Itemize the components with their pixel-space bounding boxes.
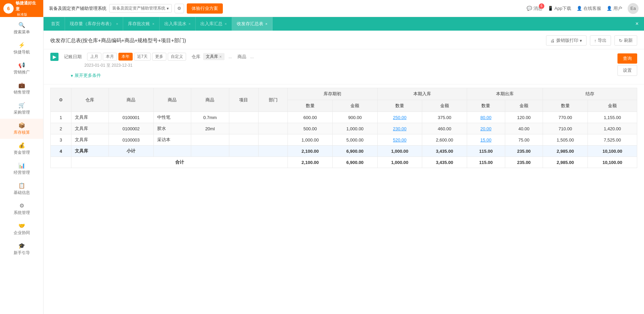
- tab-2[interactable]: 库存批次账×: [123, 17, 159, 31]
- row-out-qty-0[interactable]: 80.00: [467, 112, 505, 123]
- tab-0[interactable]: 首页: [46, 17, 65, 31]
- row-bal-amt-2: 7,525.00: [588, 134, 637, 146]
- footer-bal-qty: 2,985.00: [543, 157, 588, 168]
- date-btn-上月[interactable]: 上月: [87, 53, 101, 61]
- date-btn-更多[interactable]: 更多: [152, 53, 166, 61]
- page-header-actions: 🖨 拨销版打印 ▾ ↑ 导出 ↻ 刷新: [546, 35, 638, 46]
- open-amt-header: 金额: [332, 100, 377, 112]
- export-button[interactable]: ↑ 导出: [590, 35, 611, 46]
- footer-open-qty: 2,100.00: [288, 157, 333, 168]
- sidebar-item-10[interactable]: 🤝企业协同: [0, 219, 43, 239]
- row-in-qty-1[interactable]: 230.00: [377, 123, 422, 134]
- tab-close-1[interactable]: ×: [116, 22, 118, 26]
- sidebar-icon-10: 🤝: [18, 222, 25, 229]
- sidebar-item-6[interactable]: 💰资金管理: [0, 139, 43, 159]
- tab-close-5[interactable]: ×: [265, 22, 267, 26]
- goods-filter: 商品 ...: [237, 54, 254, 60]
- goods-more[interactable]: ...: [250, 54, 254, 59]
- out-amt-header: 金额: [505, 100, 543, 112]
- expand-more-button[interactable]: ▾ 展开更多条件: [64, 70, 612, 81]
- settings-column-header[interactable]: ⚙: [51, 88, 71, 112]
- warehouse-remove-icon[interactable]: ×: [219, 54, 222, 59]
- date-btn-本年[interactable]: 本年: [118, 53, 133, 61]
- footer-out-qty: 115.00: [467, 157, 505, 168]
- experience-button[interactable]: 体验行业方案: [187, 3, 223, 14]
- row-out-qty-2[interactable]: 15.00: [467, 134, 505, 146]
- tab-close-4[interactable]: ×: [225, 22, 227, 26]
- row-bal-qty-3: 2,985.00: [543, 146, 588, 157]
- tabs-close-all-button[interactable]: ×: [633, 21, 641, 27]
- tab-4[interactable]: 出入库汇总×: [196, 17, 232, 31]
- balance-header: 结存: [543, 88, 637, 100]
- tab-5[interactable]: 收发存汇总表×: [232, 17, 273, 31]
- sidebar-item-3[interactable]: 💼销售管理: [0, 79, 43, 99]
- column-settings-button[interactable]: 设置: [617, 65, 637, 76]
- print-icon: 🖨: [550, 38, 555, 43]
- row-code-1: 0100002: [109, 123, 153, 134]
- app-download-button[interactable]: 📱 App下载: [548, 5, 571, 12]
- row-out-qty-1[interactable]: 20.00: [467, 123, 505, 134]
- sidebar-item-4[interactable]: 🛒采购管理: [0, 99, 43, 119]
- tab-close-3[interactable]: ×: [188, 22, 191, 26]
- filter-toggle-button[interactable]: ▶: [50, 53, 59, 61]
- row-dept-0: [258, 112, 287, 123]
- row-code-0: 0100001: [109, 112, 153, 123]
- open-qty-header: 数量: [288, 100, 333, 112]
- tab-close-2[interactable]: ×: [152, 22, 154, 26]
- bal-amt-header: 金额: [588, 100, 637, 112]
- warehouse-column-header: 仓库: [71, 88, 109, 112]
- query-button[interactable]: 查询: [617, 53, 637, 64]
- row-spec-3: [191, 146, 229, 157]
- warehouse-filter: 仓库 文具库 × ...: [192, 53, 232, 60]
- row-open-amt-2: 5,000.00: [332, 134, 377, 146]
- settings-gear-button[interactable]: ⚙: [175, 4, 184, 13]
- row-in-qty-2[interactable]: 520.00: [377, 134, 422, 146]
- tab-3[interactable]: 出入库流水×: [160, 17, 196, 31]
- chevron-down-icon: ▾: [580, 38, 582, 43]
- sidebar-item-1[interactable]: ⚡快捷导航: [0, 38, 43, 59]
- date-btn-自定义[interactable]: 自定义: [168, 53, 186, 61]
- sidebar-item-8[interactable]: 📋基础信息: [0, 179, 43, 199]
- tab-bar: 首页现存量（库存分布表）×库存批次账×出入库流水×出入库汇总×收发存汇总表××: [44, 17, 644, 31]
- tab-label-3: 出入库流水: [164, 21, 186, 27]
- sidebar-icon-4: 🛒: [18, 102, 25, 109]
- date-btn-近7天[interactable]: 近7天: [134, 53, 151, 61]
- warehouse-more[interactable]: ...: [229, 54, 232, 59]
- print-button[interactable]: 🖨 拨销版打印 ▾: [546, 35, 587, 46]
- row-out-qty-3: 115.00: [467, 146, 505, 157]
- in-amt-header: 金额: [422, 100, 467, 112]
- system-title-dropdown[interactable]: 装备及固定资产辅助管理系统 ▾: [109, 4, 172, 13]
- code-column-header: 商品: [109, 88, 153, 112]
- row-bal-qty-1: 710.00: [543, 123, 588, 134]
- tab-1[interactable]: 现存量（库存分布表）×: [65, 17, 123, 31]
- sidebar-item-5[interactable]: 📦库存核算: [0, 119, 43, 139]
- message-button[interactable]: 💬 消息 6: [527, 5, 542, 12]
- sidebar-label-7: 经营管理: [14, 170, 30, 176]
- main-content: 装备及固定资产辅助管理系统 装备及固定资产辅助管理系统 ▾ ⚙ 体验行业方案 💬…: [44, 0, 644, 314]
- user-button[interactable]: 👤 用户: [607, 5, 622, 12]
- row-spec-2: [191, 134, 229, 146]
- sidebar: 6 畅捷通好生意 标准版 🔍搜索菜单⚡快捷导航📢营销推广💼销售管理🛒采购管理📦库…: [0, 0, 44, 314]
- sidebar-icon-11: 🎓: [18, 243, 25, 249]
- table-row-3: 4 文具库 小计 2,100.00 6,900.00 1,000.00 3,43…: [51, 146, 637, 157]
- online-service-button[interactable]: 👤 在线客服: [577, 5, 601, 12]
- row-warehouse-3: 文具库: [71, 146, 109, 157]
- warehouse-tag[interactable]: 文具库 ×: [203, 53, 225, 60]
- row-in-qty-0[interactable]: 250.00: [377, 112, 422, 123]
- sidebar-item-2[interactable]: 📢营销推广: [0, 59, 43, 79]
- table-row-2: 3 文具库 0100003 采访本 1,000.00 5,000.00 520.…: [51, 134, 637, 146]
- user-icon: 👤: [607, 6, 612, 11]
- row-bal-qty-0: 770.00: [543, 112, 588, 123]
- refresh-button[interactable]: ↻ 刷新: [614, 35, 637, 46]
- date-btn-本月[interactable]: 本月: [103, 53, 117, 61]
- row-bal-amt-1: 1,420.00: [588, 123, 637, 134]
- page-inner: 收发存汇总表(按仓库+商品编码+商品+规格型号+项目+部门) 🖨 拨销版打印 ▾…: [44, 31, 644, 314]
- row-in-amt-3: 3,435.00: [422, 146, 467, 157]
- sidebar-item-11[interactable]: 🎓新手引导: [0, 239, 43, 259]
- sidebar-item-0[interactable]: 🔍搜索菜单: [0, 18, 43, 38]
- user-ea-button[interactable]: Ea: [628, 3, 639, 14]
- sidebar-icon-0: 🔍: [18, 22, 25, 28]
- row-in-qty-3: 1,000.00: [377, 146, 422, 157]
- sidebar-item-7[interactable]: 📊经营管理: [0, 159, 43, 179]
- sidebar-item-9[interactable]: ⚙系统管理: [0, 199, 43, 219]
